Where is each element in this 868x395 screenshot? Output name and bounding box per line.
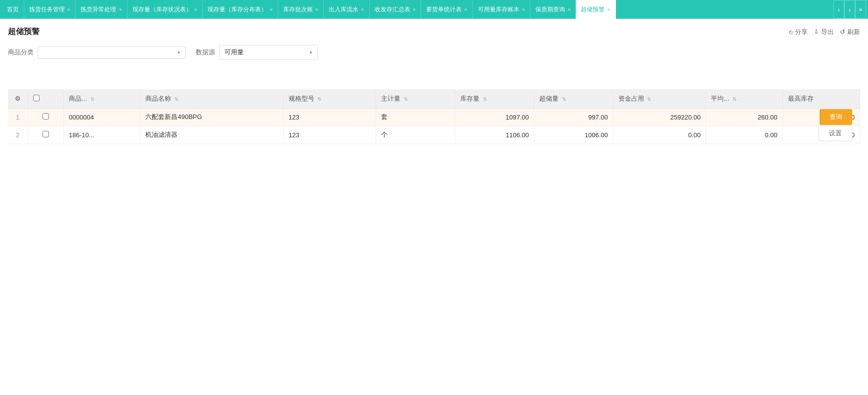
- table-container: ⚙ 商品... ⇅ 商品名称 ⇅ 规格型号: [8, 89, 860, 144]
- sort-icon: ⇅: [174, 96, 178, 102]
- col-checkbox[interactable]: [28, 89, 64, 108]
- nav-tab-task[interactable]: 拣货任务管理 ×: [24, 0, 76, 19]
- row-checkbox[interactable]: [28, 126, 64, 144]
- unit: 个: [376, 126, 455, 144]
- nav-tab-exception[interactable]: 拣货异常处理 ×: [76, 0, 127, 19]
- data-source-label: 数据源: [196, 48, 215, 57]
- product-name: 机油滤清器: [140, 126, 283, 144]
- nav-tab-home[interactable]: 首页: [2, 0, 24, 19]
- commodity-class-select[interactable]: ▾: [38, 46, 186, 59]
- header-actions: ⎋ 分享 ⇩ 导出 ↺ 刷新: [789, 28, 860, 37]
- col-over-stock[interactable]: 超储量 ⇅: [534, 89, 613, 108]
- spec: 123: [283, 126, 376, 144]
- share-button[interactable]: ⎋ 分享: [789, 28, 808, 37]
- chevron-down-icon: ▾: [177, 49, 180, 56]
- data-table: ⚙ 商品... ⇅ 商品名称 ⇅ 规格型号: [8, 89, 860, 144]
- capital: 0.00: [613, 126, 706, 144]
- col-stock[interactable]: 库存量 ⇅: [455, 89, 534, 108]
- close-icon[interactable]: ×: [119, 6, 122, 12]
- export-icon: ⇩: [814, 28, 819, 36]
- nav-prev-button[interactable]: ‹: [833, 0, 844, 19]
- nav-tab-batch[interactable]: 库存批次账 ×: [278, 0, 324, 19]
- col-max-stock[interactable]: 最高库存: [782, 89, 860, 108]
- avg: 0.00: [706, 126, 782, 144]
- sort-icon: ⇅: [90, 96, 94, 102]
- close-icon[interactable]: ×: [361, 6, 364, 12]
- avg: 260.00: [706, 108, 782, 126]
- row-num: 2: [8, 126, 28, 144]
- filter-area: 商品分类 ▾ 数据源 可用量 ▾ 查询 设置: [8, 45, 860, 60]
- table-header-row: ⚙ 商品... ⇅ 商品名称 ⇅ 规格型号: [8, 89, 860, 108]
- col-avg[interactable]: 平均... ⇅: [706, 89, 782, 108]
- row-num: 1: [8, 108, 28, 126]
- settings-button[interactable]: 设置: [819, 125, 852, 141]
- export-button[interactable]: ⇩ 导出: [814, 28, 834, 37]
- product-code: 186-10...: [64, 126, 140, 144]
- table-row: 10000004六配套新昌490BPG123套1097.00997.002592…: [8, 108, 860, 126]
- close-icon[interactable]: ×: [464, 6, 467, 12]
- sort-icon: ⇅: [562, 96, 566, 102]
- select-all-checkbox[interactable]: [33, 95, 40, 101]
- query-button[interactable]: 查询: [820, 109, 852, 125]
- refresh-button[interactable]: ↺ 刷新: [840, 28, 860, 37]
- page-header: 超储预警 ⎋ 分享 ⇩ 导出 ↺ 刷新: [8, 27, 860, 37]
- nav-tab-available[interactable]: 可用量库存账本 ×: [473, 0, 530, 19]
- col-spec[interactable]: 规格型号 ⇅: [283, 89, 376, 108]
- page-container: 超储预警 ⎋ 分享 ⇩ 导出 ↺ 刷新 商品分类 ▾: [0, 19, 868, 395]
- row-checkbox[interactable]: [28, 108, 64, 126]
- nav-tab-overstock[interactable]: 超储预警 ×: [576, 0, 615, 19]
- close-icon[interactable]: ×: [413, 6, 416, 12]
- data-source-filter: 数据源 可用量 ▾: [196, 45, 318, 60]
- col-product-code[interactable]: 商品... ⇅: [64, 89, 140, 108]
- product-name: 六配套新昌490BPG: [140, 108, 283, 126]
- close-icon[interactable]: ×: [67, 6, 70, 12]
- nav-arrows: ‹ › ×: [833, 0, 866, 19]
- top-nav: 首页 拣货任务管理 × 拣货异常处理 × 现存量（库存状况表） × 现存量（库存…: [0, 0, 868, 19]
- stock: 1106.00: [455, 126, 534, 144]
- sort-icon: ⇅: [317, 96, 321, 102]
- col-capital[interactable]: 资金占用 ⇅: [613, 89, 706, 108]
- close-icon[interactable]: ×: [567, 6, 570, 12]
- close-icon[interactable]: ×: [194, 6, 197, 12]
- close-icon[interactable]: ×: [607, 6, 610, 12]
- unit: 套: [376, 108, 455, 126]
- close-icon[interactable]: ×: [269, 6, 272, 12]
- nav-tab-flow[interactable]: 出入库流水 ×: [324, 0, 369, 19]
- nav-tab-summary[interactable]: 收发存汇总表 ×: [370, 0, 421, 19]
- col-unit[interactable]: 主计量 ⇅: [376, 89, 455, 108]
- spec: 123: [283, 108, 376, 126]
- sort-icon: ⇅: [733, 96, 737, 102]
- table-body: 10000004六配套新昌490BPG123套1097.00997.002592…: [8, 108, 860, 144]
- data-source-select[interactable]: 可用量 ▾: [219, 45, 318, 60]
- gear-icon: ⚙: [15, 95, 21, 102]
- col-settings[interactable]: ⚙: [8, 89, 28, 108]
- close-icon[interactable]: ×: [522, 6, 525, 12]
- filter-row: 商品分类 ▾ 数据源 可用量 ▾: [8, 45, 860, 60]
- nav-tab-stock-status[interactable]: 现存量（库存状况表） ×: [128, 0, 203, 19]
- sort-icon: ⇅: [483, 96, 487, 102]
- refresh-icon: ↺: [840, 28, 845, 36]
- commodity-class-filter: 商品分类 ▾: [8, 46, 186, 59]
- share-icon: ⎋: [789, 28, 793, 36]
- close-icon[interactable]: ×: [315, 6, 318, 12]
- page-title: 超储预警: [8, 27, 40, 37]
- over-stock: 1006.00: [534, 126, 613, 144]
- table-row: 2186-10...机油滤清器123个1106.001006.000.000.0…: [8, 126, 860, 144]
- capital: 259220.00: [613, 108, 706, 126]
- col-product-name[interactable]: 商品名称 ⇅: [140, 89, 283, 108]
- nav-close-button[interactable]: ×: [855, 0, 866, 19]
- data-source-value: 可用量: [224, 48, 244, 57]
- nav-next-button[interactable]: ›: [844, 0, 855, 19]
- sort-icon: ⇅: [647, 96, 651, 102]
- nav-tab-stock-dist[interactable]: 现存量（库存分布表） ×: [203, 0, 278, 19]
- nav-tab-demand[interactable]: 要货单统计表 ×: [421, 0, 473, 19]
- sort-icon: ⇅: [404, 96, 408, 102]
- commodity-class-label: 商品分类: [8, 48, 34, 57]
- chevron-down-icon: ▾: [309, 49, 312, 56]
- product-code: 0000004: [64, 108, 140, 126]
- stock: 1097.00: [455, 108, 534, 126]
- nav-tab-expiry[interactable]: 保质期查询 ×: [530, 0, 576, 19]
- over-stock: 997.00: [534, 108, 613, 126]
